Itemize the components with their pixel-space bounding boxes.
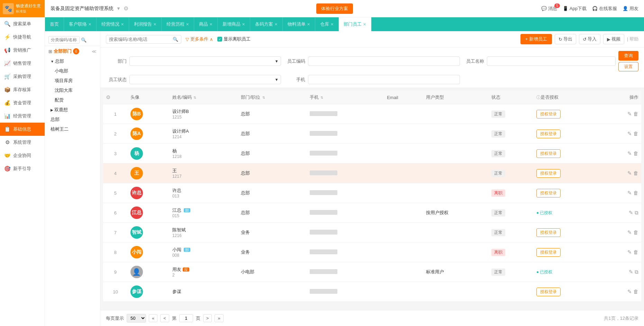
user-button[interactable]: 👤 用友 xyxy=(623,6,638,12)
sidebar-item-system[interactable]: ⚙ 系统管理 xyxy=(0,136,45,149)
collapse-icon[interactable]: ≪ xyxy=(92,49,97,54)
show-leave-toggle[interactable]: ✓ 显示离职员工 xyxy=(217,36,251,42)
video-button[interactable]: ▶ 视频 xyxy=(603,34,624,44)
search-icon[interactable]: 🔍 xyxy=(173,37,178,42)
category-search-icon[interactable]: 🔍 xyxy=(81,37,87,43)
tab-bom[interactable]: 物料清单 ✕ xyxy=(283,17,315,31)
sidebar-item-inventory[interactable]: 📦 库存核算 xyxy=(0,83,45,96)
edit-icon[interactable]: ✎ xyxy=(627,111,632,117)
close-icon[interactable]: ✕ xyxy=(186,22,189,27)
close-icon[interactable]: ✕ xyxy=(209,22,212,27)
emp-name-input[interactable] xyxy=(487,56,616,66)
more-options[interactable]: | 帮助 xyxy=(627,36,638,42)
edit-icon[interactable]: ✎ xyxy=(627,190,632,196)
close-icon[interactable]: ✕ xyxy=(242,22,245,27)
sort-icon[interactable]: ⇅ xyxy=(193,96,196,99)
sidebar-item-purchase[interactable]: 🛒 采购管理 xyxy=(0,70,45,83)
prev-page-button[interactable]: < xyxy=(160,314,169,322)
dept-item-project[interactable]: 项目库房 xyxy=(48,76,97,86)
support-button[interactable]: 🎧 在线客服 xyxy=(592,6,617,12)
emp-code-input[interactable] xyxy=(308,56,460,66)
next-page-button[interactable]: > xyxy=(203,314,212,322)
edit-icon[interactable]: ✎ xyxy=(627,229,632,235)
last-page-button[interactable]: » xyxy=(215,314,223,322)
edit-icon[interactable]: ✎ xyxy=(627,289,632,294)
close-icon[interactable]: ✕ xyxy=(121,22,124,27)
copy-icon[interactable]: ⧉ xyxy=(635,210,638,215)
gear-icon[interactable]: ⚙ xyxy=(124,5,128,12)
delete-icon[interactable]: 🗑 xyxy=(633,111,638,117)
import-button[interactable]: ↺ 导入 xyxy=(579,34,600,44)
set-button[interactable]: 设置 xyxy=(618,62,638,71)
edit-icon[interactable]: ✎ xyxy=(629,210,633,215)
edit-icon[interactable]: ✎ xyxy=(627,150,632,156)
dept-all-label[interactable]: 全部部门 xyxy=(54,48,72,54)
search-input[interactable] xyxy=(109,37,171,42)
phone-input[interactable] xyxy=(308,75,460,84)
dept-item-shenyang[interactable]: 沈阳大库 xyxy=(48,86,97,95)
tab-history[interactable]: 经营历程 ✕ xyxy=(162,17,194,31)
sidebar-item-search[interactable]: 🔍 搜索菜单 xyxy=(0,17,45,30)
auth-button[interactable]: 授权登录 xyxy=(536,149,561,158)
dept-item-headquarters[interactable]: 总部 xyxy=(48,56,97,66)
category-search-input[interactable] xyxy=(48,36,80,44)
page-input[interactable] xyxy=(179,314,193,322)
first-page-button[interactable]: « xyxy=(149,314,157,322)
edit-icon[interactable]: ✎ xyxy=(627,131,632,136)
sidebar-item-basic[interactable]: 📋 基础信息 xyxy=(0,123,45,136)
sidebar-item-nav[interactable]: ⚡ 快捷导航 xyxy=(0,30,45,44)
dept-select[interactable]: ▾ xyxy=(129,56,281,66)
close-icon[interactable]: ✕ xyxy=(307,22,310,27)
leave-checkbox[interactable]: ✓ xyxy=(217,37,222,42)
tab-warehouse[interactable]: 仓库 ✕ xyxy=(315,17,339,31)
dept-item-double[interactable]: 双鹿想 xyxy=(48,105,97,115)
more-filter-btn[interactable]: ▽ 更多条件 ∧ xyxy=(185,36,213,42)
download-button[interactable]: 📱 App下载 xyxy=(563,6,587,12)
tab-add-goods[interactable]: 新增商品 ✕ xyxy=(218,17,250,31)
delete-icon[interactable]: 🗑 xyxy=(633,170,638,176)
add-employee-button[interactable]: + 新增员工 xyxy=(520,34,552,44)
trial-button[interactable]: 体验行业方案 xyxy=(316,3,353,14)
close-icon[interactable]: ✕ xyxy=(88,22,91,27)
sort-icon[interactable]: ⇅ xyxy=(320,96,323,99)
sidebar-item-collab[interactable]: 🤝 企业协同 xyxy=(0,149,45,162)
delete-icon[interactable]: 🗑 xyxy=(633,150,638,156)
close-icon[interactable]: ✕ xyxy=(153,22,156,27)
emp-status-select[interactable]: ▾ xyxy=(129,75,281,84)
close-icon[interactable]: ✕ xyxy=(330,22,334,27)
close-icon[interactable]: ✕ xyxy=(363,22,366,27)
sidebar-item-finance[interactable]: 💰 资金管理 xyxy=(0,96,45,109)
query-button[interactable]: 查询 xyxy=(618,51,638,61)
per-page-select[interactable]: 50 100 200 xyxy=(127,314,146,323)
sidebar-item-marketing[interactable]: 📢 营销推广 xyxy=(0,44,45,57)
tab-home[interactable]: 首页 xyxy=(45,17,64,31)
edit-icon[interactable]: ✎ xyxy=(629,269,633,275)
dept-item-planting[interactable]: 植树王二 xyxy=(48,124,97,134)
tab-profit[interactable]: 利润报告 ✕ xyxy=(129,17,162,31)
tab-goods[interactable]: 商品 ✕ xyxy=(194,17,218,31)
auth-button[interactable]: 授权登录 xyxy=(536,110,561,118)
delete-icon[interactable]: 🗑 xyxy=(633,289,638,294)
auth-button[interactable]: 授权登录 xyxy=(536,248,561,257)
edit-icon[interactable]: ✎ xyxy=(627,249,632,255)
tab-operation[interactable]: 经营情况 ✕ xyxy=(97,17,129,31)
tab-customer[interactable]: 客户联络 ✕ xyxy=(64,17,97,31)
settings-icon[interactable]: ⚙ xyxy=(106,94,110,100)
export-button[interactable]: ↻ 导出 xyxy=(555,34,576,44)
close-icon[interactable]: ✕ xyxy=(274,22,278,27)
tab-barcode[interactable]: 条码方案 ✕ xyxy=(250,17,283,31)
delete-icon[interactable]: 🗑 xyxy=(633,249,638,255)
auth-button[interactable]: 授权登录 xyxy=(536,189,561,197)
edit-icon[interactable]: ✎ xyxy=(627,170,632,176)
auth-button[interactable]: 授权登录 xyxy=(536,288,561,296)
auth-button[interactable]: 授权登录 xyxy=(536,228,561,237)
tab-employee[interactable]: 部门员工 ✕ xyxy=(339,17,371,31)
sidebar-item-operation[interactable]: 📊 经营管理 xyxy=(0,109,45,123)
dept-item-hq2[interactable]: 总部 xyxy=(48,115,97,124)
copy-icon[interactable]: ⧉ xyxy=(635,269,638,275)
sidebar-item-guide[interactable]: 🎯 新手引导 xyxy=(0,162,45,175)
delete-icon[interactable]: 🗑 xyxy=(633,190,638,196)
sidebar-item-sales[interactable]: 📈 销售管理 xyxy=(0,57,45,70)
auth-button[interactable]: 授权登录 xyxy=(536,130,561,138)
delete-icon[interactable]: 🗑 xyxy=(633,131,638,136)
